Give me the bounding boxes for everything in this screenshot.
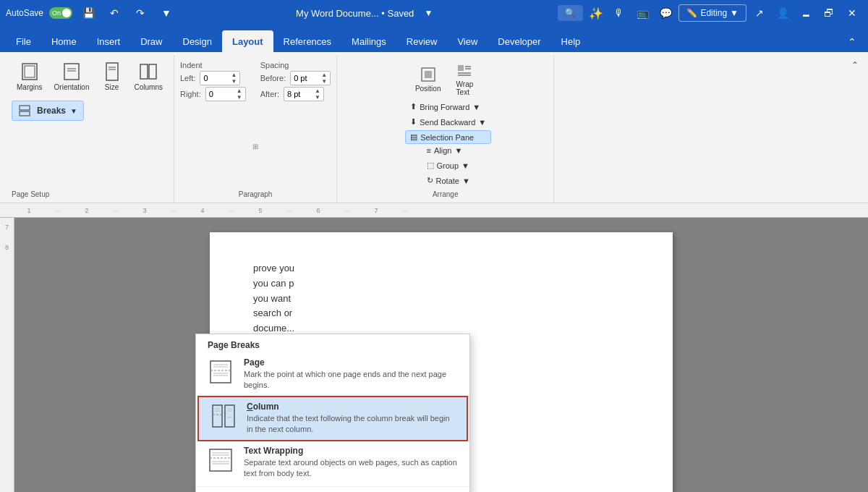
rotate-label: Rotate [436, 177, 459, 185]
align-button[interactable]: ≡ Align ▼ [422, 144, 475, 157]
dictate-icon[interactable]: 🎙 [609, 3, 629, 23]
indent-left-val: 0 [203, 74, 208, 82]
user-icon[interactable]: 👤 [773, 3, 793, 23]
rotate-button[interactable]: ↻ Rotate ▼ [422, 174, 475, 187]
bring-forward-label: Bring Forward [420, 103, 469, 111]
tab-insert[interactable]: Insert [87, 30, 131, 52]
spacing-after-spinner[interactable]: ▲▼ [315, 88, 320, 101]
page-item-desc: Mark the point at which one page ends an… [244, 369, 458, 391]
dropdown-item-text-wrapping[interactable]: Text Wrapping Separate text around objec… [196, 441, 469, 484]
columns-label: Columns [135, 83, 163, 91]
text-wrapping-item-title: Text Wrapping [244, 446, 458, 456]
close-button[interactable]: ✕ [842, 3, 862, 23]
dropdown-item-page[interactable]: Page Mark the point at which one page en… [196, 353, 469, 396]
size-icon [102, 62, 122, 82]
margins-button[interactable]: Margins [12, 58, 48, 95]
customize-icon[interactable]: ▼ [156, 3, 176, 23]
indent-left-input[interactable]: 0 ▲▼ [200, 71, 240, 85]
doc-paragraph-1: prove youyou can pyou wantsearch ordocum… [253, 261, 629, 336]
redo-icon[interactable]: ↷ [130, 3, 150, 23]
ribbon-tabs: File Home Insert Draw Design Layout Refe… [0, 26, 868, 52]
rotate-chevron: ▼ [462, 177, 470, 185]
spacing-before-val: 0 pt [294, 74, 307, 82]
size-button[interactable]: Size [96, 58, 128, 95]
columns-button[interactable]: Columns [129, 58, 168, 95]
tab-file[interactable]: File [6, 30, 41, 52]
title-dropdown-icon[interactable]: ▼ [418, 3, 438, 23]
indent-label: Indent [180, 61, 246, 69]
align-label: Align [434, 146, 451, 155]
title-bar-center: My Word Docume... • Saved ▼ [296, 3, 438, 23]
svg-rect-8 [140, 64, 148, 79]
position-button[interactable]: Position [410, 58, 446, 100]
paragraph-settings-icon[interactable]: ⊞ [252, 143, 258, 150]
menu-divider [196, 486, 469, 487]
size-label: Size [105, 83, 119, 91]
indent-right-input[interactable]: 0 ▲▼ [205, 87, 246, 101]
ruler-marks: 1 · 2 · 3 · 4 · 5 · 6 · 7 · [14, 207, 420, 214]
svg-rect-11 [20, 111, 30, 116]
align-chevron: ▼ [454, 146, 462, 155]
svg-rect-9 [149, 64, 156, 79]
column-item-title: Column [247, 402, 455, 412]
bring-forward-chevron: ▼ [472, 103, 480, 111]
bring-forward-button[interactable]: ⬆ Bring Forward ▼ [405, 100, 491, 114]
page-break-icon [208, 359, 234, 385]
tab-layout[interactable]: Layout [222, 30, 273, 52]
send-backward-button[interactable]: ⬇ Send Backward ▼ [405, 115, 491, 129]
autosave-label: AutoSave [6, 8, 43, 18]
breaks-button[interactable]: Breaks ▼ [12, 101, 84, 121]
copilot-icon[interactable]: ✨ [586, 3, 606, 23]
ruler: 1 · 2 · 3 · 4 · 5 · 6 · 7 · [0, 203, 868, 218]
orientation-button[interactable]: Orientation [49, 58, 95, 95]
text-wrapping-item-desc: Separate text around objects on web page… [244, 457, 458, 480]
svg-rect-10 [20, 106, 30, 110]
tab-mailings[interactable]: Mailings [341, 30, 396, 52]
orientation-label: Orientation [54, 83, 90, 91]
present-icon[interactable]: 📺 [632, 3, 652, 23]
wrap-text-icon [456, 62, 473, 79]
send-backward-icon: ⬇ [410, 117, 417, 127]
autosave-toggle[interactable]: On [49, 7, 72, 19]
tab-developer[interactable]: Developer [488, 30, 550, 52]
page-item-title: Page [244, 357, 458, 368]
spacing-before-spinner[interactable]: ▲▼ [321, 72, 327, 85]
selection-pane-label: Selection Pane [420, 133, 474, 142]
minimize-button[interactable]: 🗕 [796, 3, 816, 23]
spacing-after-input[interactable]: 8 pt ▲▼ [284, 87, 324, 101]
tab-view[interactable]: View [447, 30, 488, 52]
group-button[interactable]: ⬚ Group ▼ [422, 158, 475, 172]
save-icon[interactable]: 💾 [78, 3, 98, 23]
tab-draw[interactable]: Draw [130, 30, 172, 52]
search-button[interactable]: 🔍 [558, 5, 583, 21]
position-icon [420, 66, 437, 83]
ribbon: Margins Orientation [0, 52, 868, 203]
comments-icon[interactable]: 💬 [655, 3, 676, 23]
undo-icon[interactable]: ↶ [104, 3, 124, 23]
indent-left-spinner[interactable]: ▲▼ [231, 72, 237, 85]
share-icon[interactable]: ↗ [749, 3, 770, 23]
tab-review[interactable]: Review [396, 30, 448, 52]
editing-button[interactable]: ✏️ Editing ▼ [678, 4, 746, 22]
document-title: My Word Docume... • Saved [296, 8, 414, 19]
spacing-before-input[interactable]: 0 pt ▲▼ [290, 71, 331, 85]
breaks-chevron-icon: ▼ [70, 107, 77, 115]
dropdown-item-column[interactable]: Column Indicate that the text following … [197, 396, 468, 441]
tab-references[interactable]: References [273, 30, 341, 52]
ribbon-expand-icon[interactable]: ⌃ [848, 58, 862, 72]
editing-label: Editing [700, 8, 727, 18]
tab-design[interactable]: Design [173, 30, 222, 52]
tab-help[interactable]: Help [551, 30, 591, 52]
indent-right-row: Right: 0 ▲▼ [180, 87, 246, 101]
indent-right-spinner[interactable]: ▲▼ [237, 88, 242, 101]
spacing-after-row: After: 8 pt ▲▼ [260, 87, 331, 101]
ribbon-collapse-icon[interactable]: ⌃ [842, 32, 862, 52]
wrap-text-button[interactable]: WrapText [448, 58, 480, 100]
restore-button[interactable]: 🗗 [819, 3, 839, 23]
title-bar: AutoSave On 💾 ↶ ↷ ▼ My Word Docume... • … [0, 0, 868, 26]
selection-pane-button[interactable]: ▤ Selection Pane [405, 130, 491, 144]
tab-home[interactable]: Home [41, 30, 87, 52]
align-icon: ≡ [427, 146, 431, 155]
text-wrapping-icon [208, 447, 234, 473]
indent-section: Indent Left: 0 ▲▼ Right: 0 ▲▼ [180, 61, 246, 103]
